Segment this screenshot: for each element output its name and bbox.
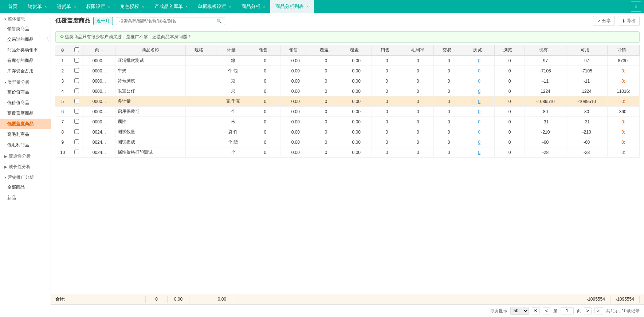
nav-purchase-close[interactable]: × — [74, 4, 76, 9]
sidebar-section-marketing[interactable]: ▾ 营销推广分析 — [0, 171, 51, 182]
table-cell: 0 — [494, 96, 525, 107]
page-number-input[interactable] — [561, 307, 574, 314]
sidebar-item-high-gross[interactable]: 高毛利商品 — [0, 129, 51, 140]
table-cell: 0 — [250, 137, 280, 147]
sidebar-item-in-stock[interactable]: 有库存的商品 — [0, 55, 51, 66]
table-cell: 0 — [433, 117, 464, 127]
sidebar-section-liquidity[interactable]: ▶ 流通性分析 — [0, 150, 51, 161]
total-records: 共1页，10条记录 — [606, 308, 640, 314]
table-cell[interactable] — [70, 56, 83, 66]
sidebar-item-sales-goods[interactable]: 销售类商品 — [0, 24, 51, 34]
sidebar-item-low-gross[interactable]: 低毛利商品 — [0, 140, 51, 150]
table-cell[interactable] — [70, 76, 83, 86]
nav-goods-analysis-close[interactable]: × — [263, 4, 265, 9]
table-cell: 0.00 — [280, 137, 311, 147]
sidebar-item-high-coverage[interactable]: 高覆盖度商品 — [0, 108, 51, 119]
table-cell[interactable] — [70, 147, 83, 158]
nav-home[interactable]: 首页 — [3, 0, 23, 13]
prev-page-button[interactable]: < — [543, 307, 550, 314]
table-cell: 0 — [494, 66, 525, 76]
nav-product-inbound-close[interactable]: × — [185, 4, 188, 9]
last-page-button[interactable]: >| — [594, 307, 603, 314]
share-button[interactable]: ↗ 分享 — [593, 16, 615, 26]
table-cell: 0024... — [83, 127, 115, 137]
next-page-button[interactable]: > — [584, 307, 592, 314]
sidebar-item-all-goods[interactable]: 全部商品 — [0, 182, 51, 193]
table-cell: 360: — [607, 107, 639, 117]
sidebar-section-cluster[interactable]: ▾ 类群量分析 — [0, 76, 51, 87]
col-code: 商... — [83, 45, 115, 56]
table-row: 50000...多计量克,千克00.0000.0000000-1089510-1… — [55, 96, 640, 107]
table-cell: 0 — [372, 56, 402, 66]
sidebar-section-overall[interactable]: ▾ 整体信息 — [0, 13, 51, 24]
info-banner: ✿ 这类商品只有很少客户购买过，是推广不够，还是商品本身问题？ — [55, 31, 640, 43]
sidebar-item-low-value[interactable]: 低价值商品 — [0, 98, 51, 108]
sidebar-item-traded-goods[interactable]: 交易过的商品 — [0, 34, 51, 45]
section-arrow-overall: ▾ — [4, 17, 6, 21]
sidebar-item-category-rate[interactable]: 商品分类动销率 — [0, 45, 51, 55]
table-cell[interactable] — [70, 127, 83, 137]
nav-purchase[interactable]: 进货单 × — [52, 0, 81, 13]
sidebar: « ▾ 整体信息 销售类商品 交易过的商品 商品分类动销率 有库存的商品 库存资… — [0, 13, 51, 317]
table-cell: 0 — [402, 107, 433, 117]
nav-sales-close[interactable]: × — [44, 4, 47, 9]
table-cell: 0.00 — [280, 96, 311, 107]
sidebar-item-low-coverage[interactable]: 低覆盖度商品 — [0, 119, 51, 129]
table-cell: 0 — [464, 107, 494, 117]
table-cell[interactable] — [70, 66, 83, 76]
table-cell: 属性 — [115, 117, 186, 127]
nav-role[interactable]: 角色授权 × — [115, 0, 149, 13]
table-cell: 0.00 — [341, 86, 372, 96]
table-cell: 多计量 — [115, 96, 186, 107]
table-row: 40000...眼宝公仔只00.0000.0000000122412241101… — [55, 86, 640, 96]
nav-permission[interactable]: 权限设置 × — [81, 0, 115, 13]
table-cell[interactable] — [70, 86, 83, 96]
table-cell: 0 — [402, 96, 433, 107]
table-cell: 97 — [566, 56, 607, 66]
nav-template-close[interactable]: × — [229, 4, 231, 9]
sidebar-item-new-goods[interactable]: 新品 — [0, 193, 51, 203]
section-arrow-liquidity: ▶ — [4, 154, 7, 158]
table-cell: 10 — [55, 147, 70, 158]
table-cell[interactable] — [70, 107, 83, 117]
table-cell — [186, 66, 216, 76]
table-cell: 只 — [216, 86, 250, 96]
table-cell: 符号测试 — [115, 76, 186, 86]
table-cell: 0 — [250, 56, 280, 66]
table-cell: 4 — [55, 86, 70, 96]
nav-template-settings[interactable]: 单据模板设置 × — [193, 0, 236, 13]
page-size-select[interactable]: 50 100 200 — [510, 307, 529, 315]
table-cell: -28 — [566, 147, 607, 158]
table-cell: 0 — [372, 127, 402, 137]
nav-goods-analysis-list-close[interactable]: × — [306, 4, 309, 9]
sidebar-item-high-value[interactable]: 高价值商品 — [0, 87, 51, 98]
search-input[interactable] — [119, 19, 215, 24]
search-icon[interactable]: 🔍 — [216, 19, 222, 24]
table-cell: -31 — [525, 117, 566, 127]
select-all-checkbox[interactable] — [74, 47, 79, 52]
window-close-button[interactable]: × — [631, 1, 641, 12]
nav-goods-analysis-list[interactable]: 商品分析列表 × — [270, 0, 314, 13]
filter-button[interactable]: 近一月 — [93, 17, 113, 25]
nav-permission-close[interactable]: × — [108, 4, 110, 9]
table-cell[interactable] — [70, 117, 83, 127]
nav-sales[interactable]: 销货单 × — [23, 0, 52, 13]
table-cell: 0000... — [83, 107, 115, 117]
nav-role-close[interactable]: × — [142, 4, 144, 9]
col-trade: 交易... — [433, 45, 464, 56]
table-cell: 0: — [607, 137, 639, 147]
table-cell: 0 — [464, 147, 494, 158]
table-cell[interactable] — [70, 137, 83, 147]
first-page-button[interactable]: K — [532, 307, 540, 314]
col-checkbox[interactable] — [70, 45, 83, 56]
table-cell[interactable] — [70, 96, 83, 107]
sidebar-section-growth[interactable]: ▶ 成长性分析 — [0, 161, 51, 171]
export-button[interactable]: ⬇ 导出 — [618, 16, 640, 26]
col-settings[interactable]: ⚙ — [55, 45, 70, 56]
col-unit: 计量... — [216, 45, 250, 56]
sidebar-item-stock-capital[interactable]: 库存资金占用 — [0, 66, 51, 76]
nav-product-inbound[interactable]: 产成品入库单 × — [149, 0, 193, 13]
nav-goods-analysis[interactable]: 商品分析 × — [236, 0, 270, 13]
table-cell — [186, 147, 216, 158]
table-cell: 0024... — [83, 147, 115, 158]
